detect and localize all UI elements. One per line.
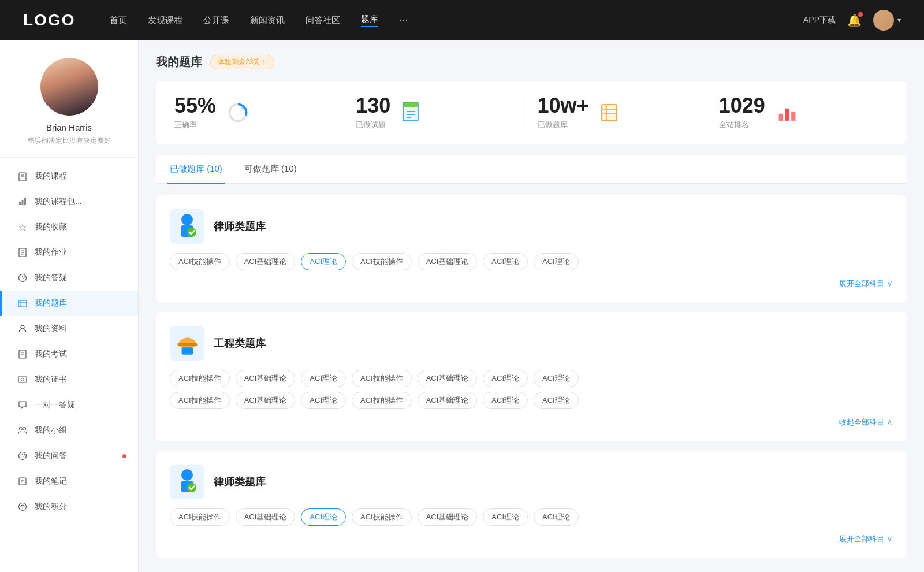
tag[interactable]: ACI基础理论 (236, 508, 296, 526)
tag[interactable]: ACI理论 (301, 370, 346, 387)
course-icon (17, 171, 28, 181)
svg-rect-51 (181, 347, 193, 355)
sidebar-item-label: 我的题库 (35, 298, 67, 309)
sidebar-item-my-notes[interactable]: 我的笔记 (0, 469, 138, 494)
stat-rank-label: 全站排名 (719, 120, 765, 130)
expand-link-2[interactable]: 展开全部科目 ∨ (170, 530, 893, 544)
tag[interactable]: ACI技能操作 (352, 508, 412, 526)
bank-name: 律师类题库 (214, 220, 266, 233)
tag[interactable]: ACI理论 (483, 370, 528, 387)
svg-point-54 (187, 483, 196, 492)
svg-point-48 (187, 228, 196, 237)
stat-done-questions: 130 已做试题 (344, 95, 526, 130)
tag[interactable]: ACI理论 (301, 392, 346, 409)
svg-rect-50 (177, 343, 197, 346)
header-right: APP下载 🔔 ▾ (803, 10, 901, 31)
nav-discover[interactable]: 发现课程 (148, 15, 182, 26)
tag[interactable]: ACI技能操作 (352, 392, 412, 409)
sidebar-item-homework[interactable]: 我的作业 (0, 240, 138, 265)
tags-row-2: ACI技能操作 ACI基础理论 ACI理论 ACI技能操作 ACI基础理论 AC… (170, 392, 893, 409)
svg-rect-42 (778, 114, 783, 121)
header: LOGO 首页 发现课程 公开课 新闻资讯 问答社区 题库 ··· APP下载 … (0, 0, 924, 40)
tag[interactable]: ACI基础理论 (418, 392, 478, 409)
notification-dot (858, 12, 863, 17)
tag[interactable]: ACI基础理论 (236, 370, 296, 387)
collapse-link[interactable]: 收起全部科目 ∧ (170, 414, 893, 428)
sidebar-item-profile[interactable]: 我的资料 (0, 316, 138, 341)
tags-row: ACI技能操作 ACI基础理论 ACI理论 ACI技能操作 ACI基础理论 AC… (170, 253, 893, 270)
tag[interactable]: ACI技能操作 (352, 253, 412, 270)
tag[interactable]: ACI基础理论 (418, 253, 478, 270)
tag[interactable]: ACI理论 (483, 508, 528, 526)
stats-section: 55% 正确率 130 已做试题 (156, 81, 907, 144)
sidebar-item-course-package[interactable]: 我的课程包... (0, 189, 138, 214)
svg-rect-5 (24, 198, 26, 205)
sidebar-item-my-courses[interactable]: 我的课程 (0, 164, 138, 189)
tag[interactable]: ACI理论 (483, 253, 528, 270)
svg-rect-38 (602, 105, 617, 121)
stat-done-banks: 10w+ 已做题库 (526, 95, 707, 130)
trial-badge: 体验剩余23天！ (210, 55, 274, 69)
tag[interactable]: ACI理论 (534, 370, 579, 387)
tag[interactable]: ACI理论 (534, 392, 579, 409)
bank-icon (17, 298, 28, 309)
question2-icon: ? (17, 451, 28, 461)
tag-active[interactable]: ACI理论 (301, 508, 346, 526)
svg-rect-4 (22, 200, 24, 205)
page-title: 我的题库 (156, 54, 202, 70)
nav-open-course[interactable]: 公开课 (203, 15, 229, 26)
sidebar-menu: 我的课程 我的课程包... ☆ 我的收藏 我的作业 ? (0, 164, 138, 519)
homework-icon (17, 247, 28, 258)
sidebar-item-one-on-one[interactable]: 一对一答疑 (0, 392, 138, 418)
expand-link[interactable]: 展开全部科目 ∨ (170, 275, 893, 289)
bank-card-header: 工程类题库 (170, 326, 893, 361)
tag[interactable]: ACI技能操作 (170, 370, 230, 387)
app-download-link[interactable]: APP下载 (803, 15, 836, 25)
sidebar-item-my-group[interactable]: 我的小组 (0, 418, 138, 443)
tag-active[interactable]: ACI理论 (301, 253, 346, 270)
tag[interactable]: ACI理论 (534, 508, 579, 526)
stat-accuracy-label: 正确率 (174, 120, 216, 130)
avatar (873, 10, 894, 31)
tag[interactable]: ACI理论 (534, 253, 579, 270)
nav-home[interactable]: 首页 (110, 15, 127, 26)
sidebar-item-question-bank[interactable]: 我的题库 (0, 291, 138, 316)
nav-qa[interactable]: 问答社区 (305, 15, 340, 26)
tab-available-banks[interactable]: 可做题库 (10) (242, 155, 299, 184)
user-avatar-button[interactable]: ▾ (873, 10, 901, 31)
stat-accuracy-value: 55% (174, 95, 216, 116)
chat-icon (17, 400, 28, 410)
tag[interactable]: ACI基础理论 (236, 392, 296, 409)
profile-icon (17, 324, 28, 334)
sidebar-item-label: 我的作业 (35, 247, 67, 258)
nav-news[interactable]: 新闻资讯 (250, 15, 285, 26)
nav-question-bank[interactable]: 题库 (361, 14, 378, 27)
tag[interactable]: ACI技能操作 (170, 253, 230, 270)
tag[interactable]: ACI基础理论 (418, 370, 478, 387)
sidebar-item-favorites[interactable]: ☆ 我的收藏 (0, 214, 138, 240)
tag[interactable]: ACI技能操作 (352, 370, 412, 387)
stat-done-banks-value: 10w+ (538, 95, 589, 116)
tag[interactable]: ACI技能操作 (170, 508, 230, 526)
logo: LOGO (23, 11, 75, 29)
sidebar-item-my-points[interactable]: 我的积分 (0, 494, 138, 519)
svg-rect-44 (791, 112, 795, 121)
sidebar-item-label: 我的资料 (35, 324, 67, 334)
stat-done-banks-text: 10w+ 已做题库 (538, 95, 589, 130)
bank-name: 律师类题库 (214, 475, 266, 489)
notification-bell-button[interactable]: 🔔 (847, 13, 862, 27)
sidebar-item-my-qa[interactable]: ? 我的答疑 (0, 265, 138, 291)
tag[interactable]: ACI技能操作 (170, 392, 230, 409)
tag[interactable]: ACI基础理论 (418, 508, 478, 526)
tag[interactable]: ACI理论 (483, 392, 528, 409)
tab-done-banks[interactable]: 已做题库 (10) (167, 155, 225, 184)
stat-done-questions-label: 已做试题 (356, 120, 390, 130)
svg-text:?: ? (21, 452, 25, 459)
stat-rank-text: 1029 全站排名 (719, 95, 765, 130)
nav-more[interactable]: ··· (399, 14, 408, 27)
sidebar-item-certificate[interactable]: 我的证书 (0, 367, 138, 392)
tag[interactable]: ACI基础理论 (236, 253, 296, 270)
sidebar-item-label: 一对一答疑 (35, 400, 75, 410)
sidebar-item-my-questions[interactable]: ? 我的问答 (0, 443, 138, 469)
sidebar-item-my-exam[interactable]: 我的考试 (0, 341, 138, 367)
